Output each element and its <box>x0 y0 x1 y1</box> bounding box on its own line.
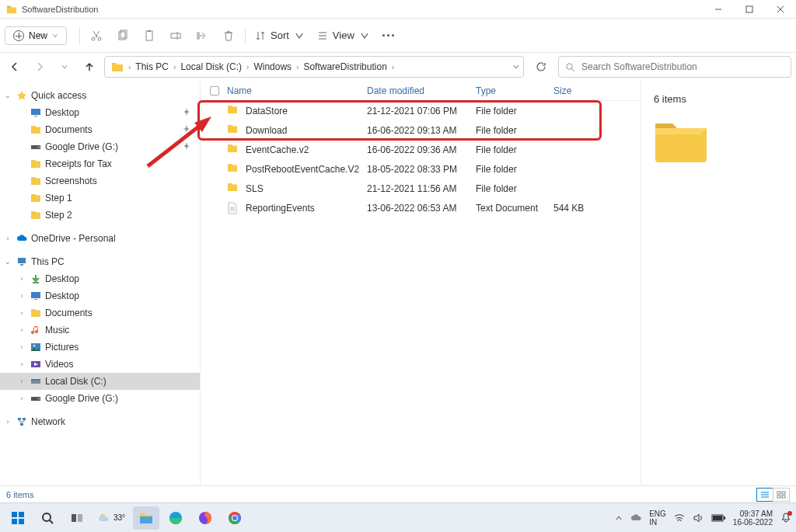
svg-rect-35 <box>18 418 21 420</box>
status-bar: 6 items <box>0 485 796 502</box>
chrome-app[interactable] <box>222 506 248 530</box>
svg-rect-9 <box>148 30 151 32</box>
file-icon <box>227 202 239 214</box>
refresh-button[interactable] <box>529 56 553 78</box>
svg-rect-45 <box>782 492 785 494</box>
firefox-app[interactable] <box>192 506 218 530</box>
clock[interactable]: 09:37 AM 16-06-2022 <box>733 509 773 527</box>
sidebar-item-label: Music <box>45 325 69 336</box>
svg-rect-55 <box>78 514 82 522</box>
file-date: 16-06-2022 09:13 AM <box>367 125 476 136</box>
sidebar-item-label: Step 2 <box>45 210 72 221</box>
chevron-down-icon[interactable] <box>512 63 520 71</box>
search-input[interactable] <box>581 61 784 72</box>
sidebar-qa-item[interactable]: Screenshots <box>0 172 200 190</box>
notifications-button[interactable] <box>780 512 791 524</box>
battery-icon[interactable] <box>711 513 725 523</box>
sidebar-qa-item[interactable]: Google Drive (G:) <box>0 138 200 155</box>
start-button[interactable] <box>5 506 31 530</box>
col-type[interactable]: Type <box>476 85 553 96</box>
sidebar-pc-item[interactable]: ›Google Drive (G:) <box>0 390 200 407</box>
sidebar-pc-item[interactable]: ›Local Disk (C:) <box>0 373 200 390</box>
pin-icon <box>183 141 190 152</box>
rename-button[interactable] <box>162 24 189 47</box>
col-size[interactable]: Size <box>553 85 608 96</box>
col-date[interactable]: Date modified <box>367 85 476 96</box>
chevron-down-icon <box>52 33 58 39</box>
maximize-button[interactable] <box>734 0 765 19</box>
view-details-button[interactable] <box>756 488 773 502</box>
tray-chevron-icon[interactable] <box>615 514 623 522</box>
forward-button[interactable] <box>30 56 50 78</box>
explorer-app[interactable] <box>133 506 159 530</box>
file-row[interactable]: Download16-06-2022 09:13 AMFile folder <box>201 120 641 140</box>
file-row[interactable]: PostRebootEventCache.V218-05-2022 08:33 … <box>201 159 641 179</box>
sidebar-quick-access[interactable]: ⌄ Quick access <box>0 87 200 104</box>
file-row[interactable]: DataStore21-12-2021 07:06 PMFile folder <box>201 101 641 120</box>
svg-line-53 <box>50 520 53 523</box>
file-row[interactable]: EventCache.v216-06-2022 09:36 AMFile fol… <box>201 140 641 159</box>
sidebar-qa-item[interactable]: Documents <box>0 121 200 138</box>
sidebar-qa-item[interactable]: Step 2 <box>0 207 200 224</box>
share-button[interactable] <box>189 24 215 47</box>
svg-point-52 <box>43 513 51 521</box>
sidebar-onedrive[interactable]: › OneDrive - Personal <box>0 230 200 247</box>
sidebar-qa-item[interactable]: Step 1 <box>0 190 200 207</box>
file-row[interactable]: ReportingEvents13-06-2022 06:53 AMText D… <box>201 198 641 217</box>
onedrive-tray-icon[interactable] <box>630 513 641 523</box>
down-icon <box>30 273 42 285</box>
search-box[interactable] <box>558 56 791 78</box>
file-row[interactable]: SLS21-12-2021 11:56 AMFile folder <box>201 179 641 198</box>
address-bar[interactable]: › This PC › Local Disk (C:) › Windows › … <box>104 56 524 78</box>
wifi-icon[interactable] <box>674 513 685 523</box>
disk-icon <box>30 375 42 388</box>
paste-button[interactable] <box>136 24 162 47</box>
sidebar-qa-item[interactable]: Desktop <box>0 104 200 121</box>
folder-icon <box>227 124 239 137</box>
close-button[interactable] <box>765 0 796 19</box>
sidebar-pc-item[interactable]: ›Pictures <box>0 339 200 356</box>
back-button[interactable] <box>5 56 25 78</box>
svg-rect-51 <box>19 519 24 524</box>
minimize-button[interactable] <box>703 0 734 19</box>
column-headers[interactable]: Name Date modified Type Size <box>201 81 641 101</box>
recent-button[interactable] <box>54 56 75 78</box>
plus-icon <box>13 30 24 41</box>
breadcrumb-item[interactable]: Local Disk (C:) <box>177 61 245 72</box>
breadcrumb-item[interactable]: This PC <box>132 61 172 72</box>
sidebar-pc-item[interactable]: ›Videos <box>0 356 200 373</box>
sidebar-network[interactable]: › Network <box>0 413 200 430</box>
new-button[interactable]: New <box>5 26 67 45</box>
view-thumbnails-button[interactable] <box>773 488 790 502</box>
chevron-right-icon: › <box>295 63 300 71</box>
file-date: 13-06-2022 06:53 AM <box>367 203 476 214</box>
more-button[interactable] <box>376 34 400 37</box>
sidebar-pc-item[interactable]: ›Documents <box>0 304 200 322</box>
select-all-checkbox[interactable] <box>210 86 219 96</box>
chevron-down-icon <box>294 30 305 41</box>
folder-icon <box>30 175 42 187</box>
cut-button[interactable] <box>83 24 110 47</box>
view-button[interactable]: View <box>311 24 376 47</box>
weather-widget[interactable]: 33° <box>93 506 130 530</box>
delete-button[interactable] <box>215 24 242 47</box>
breadcrumb-item[interactable]: Windows <box>250 61 295 72</box>
language-indicator[interactable]: ENGIN <box>649 509 666 527</box>
sidebar-this-pc[interactable]: ⌄ This PC <box>0 253 200 270</box>
search-icon <box>565 62 575 72</box>
sidebar-pc-item[interactable]: ›Desktop <box>0 270 200 287</box>
sidebar-pc-item[interactable]: ›Desktop <box>0 287 200 304</box>
sidebar-item-label: Documents <box>45 124 93 135</box>
breadcrumb-item[interactable]: SoftwareDistribution <box>300 61 389 72</box>
volume-icon[interactable] <box>693 513 703 523</box>
col-name[interactable]: Name <box>227 85 367 96</box>
sort-button[interactable]: Sort <box>249 24 311 47</box>
sidebar-qa-item[interactable]: Receipts for Tax <box>0 155 200 172</box>
up-button[interactable] <box>79 56 100 78</box>
videos-icon <box>30 358 42 370</box>
copy-button[interactable] <box>110 24 136 47</box>
edge-app[interactable] <box>162 506 189 530</box>
search-app[interactable] <box>34 506 61 530</box>
sidebar-pc-item[interactable]: ›Music <box>0 322 200 339</box>
task-view-button[interactable] <box>64 506 90 530</box>
